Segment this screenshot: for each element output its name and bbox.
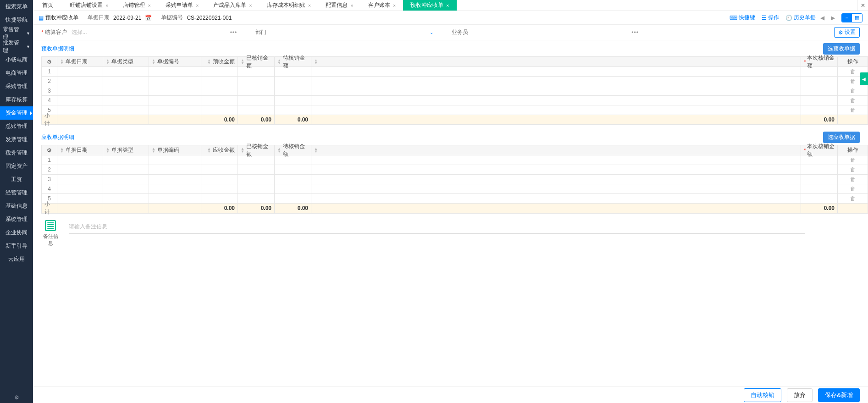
sales-input[interactable] [473, 28, 629, 37]
close-icon[interactable]: × [350, 3, 353, 8]
delete-row-icon[interactable]: 🗑 [838, 86, 868, 95]
col-code[interactable]: ▲▼单据编号 [149, 57, 201, 66]
sidebar-settings-icon[interactable]: ⚙ [0, 392, 33, 403]
customer-input[interactable]: 选择... [72, 28, 227, 37]
delete-row-icon[interactable]: 🗑 [838, 105, 868, 115]
table-row[interactable]: 4🗑 [42, 96, 868, 105]
sidebar-item-7[interactable]: 库存核算 [0, 93, 33, 106]
col-code2[interactable]: ▲▼单据编码 [149, 145, 201, 155]
auto-writeoff-button[interactable]: 自动核销 [744, 388, 781, 402]
calendar-icon[interactable]: 📅 [145, 15, 152, 21]
delete-row-icon[interactable]: 🗑 [838, 194, 868, 203]
table-row[interactable]: 5🗑 [42, 194, 868, 204]
dept-dropdown-icon[interactable]: ⌄ [430, 30, 433, 35]
sidebar-item-13[interactable]: 工资 [0, 173, 33, 186]
tab-3[interactable]: 采购申请单× [158, 0, 206, 11]
sidebar-item-15[interactable]: 基础信息 [0, 199, 33, 213]
discard-button[interactable]: 放弃 [787, 388, 813, 402]
tab-6[interactable]: 配置信息× [318, 0, 360, 11]
col-amount2[interactable]: ▲▼应收金额 [201, 145, 238, 155]
sidebar-item-9[interactable]: 总账管理 [0, 120, 33, 133]
tab-4[interactable]: 产成品入库单× [206, 0, 259, 11]
delete-row-icon[interactable]: 🗑 [838, 96, 868, 105]
table-row[interactable]: 2🗑 [42, 165, 868, 175]
col-this[interactable]: *本次核销金额 [801, 57, 838, 66]
action-link[interactable]: ☰操作 [762, 14, 779, 22]
list-view-button[interactable]: ≡ [842, 14, 852, 22]
sidebar-item-8[interactable]: 资金管理 [0, 106, 33, 120]
tab-5[interactable]: 库存成本明细账× [260, 0, 318, 11]
select-prepay-button[interactable]: 选预收单据 [823, 43, 860, 55]
close-icon[interactable]: × [249, 3, 252, 8]
close-icon[interactable]: × [105, 3, 108, 8]
row-index: 2 [42, 165, 57, 174]
sidebar-item-14[interactable]: 经营管理 [0, 186, 33, 199]
sales-more-icon[interactable]: ••• [631, 29, 639, 36]
tab-1[interactable]: 旺铺店铺设置× [62, 0, 116, 11]
date-value[interactable]: 2022-09-21 [113, 15, 141, 21]
shortcut-link[interactable]: ⌨快捷键 [730, 14, 755, 22]
tab-0[interactable]: 首页 [33, 0, 62, 11]
sidebar-item-12[interactable]: 固定资产 [0, 160, 33, 173]
delete-row-icon[interactable]: 🗑 [838, 175, 868, 184]
table-row[interactable]: 3🗑 [42, 86, 868, 96]
table-row[interactable]: 3🗑 [42, 175, 868, 184]
dept-field[interactable]: 部门 ⌄ [255, 28, 433, 37]
sidebar-item-16[interactable]: 系统管理 [0, 213, 33, 226]
sidebar-item-10[interactable]: 发票管理 [0, 133, 33, 146]
col-type[interactable]: ▲▼单据类型 [103, 57, 149, 66]
col-pending2[interactable]: ▲▼待核销金额 [275, 145, 311, 155]
remark-input[interactable]: 请输入备注信息 [69, 220, 805, 234]
side-expand-tag[interactable]: ◀ [860, 72, 868, 85]
customer-more-icon[interactable]: ••• [230, 29, 238, 36]
sidebar-item-5[interactable]: 电商管理 [0, 66, 33, 80]
col-pending[interactable]: ▲▼待核销金额 [275, 57, 311, 66]
sales-field[interactable]: 业务员 ••• [452, 28, 639, 37]
prev-doc-button[interactable]: ◀ [818, 14, 826, 22]
table-row[interactable]: 1🗑 [42, 155, 868, 165]
tab-7[interactable]: 客户账本× [361, 0, 403, 11]
col-this2[interactable]: *本次核销金额 [801, 145, 838, 155]
sidebar-item-1[interactable]: 快捷导航 [0, 13, 33, 27]
history-link[interactable]: 🕘历史单据 [785, 14, 816, 22]
delete-row-icon[interactable]: 🗑 [838, 165, 868, 174]
col-gear[interactable]: ⚙ [42, 57, 57, 66]
col-done[interactable]: ▲▼已核销金额 [238, 57, 275, 66]
save-and-new-button[interactable]: 保存&新增 [818, 388, 860, 402]
close-all-tabs[interactable]: ✕ [857, 0, 868, 11]
table-row[interactable]: 2🗑 [42, 77, 868, 86]
close-icon[interactable]: × [148, 3, 150, 8]
sidebar-item-3[interactable]: 批发管理▼ [0, 40, 33, 53]
col-amount[interactable]: ▲▼预收金额 [201, 57, 238, 66]
customer-field[interactable]: * 结算客户 选择... ••• [41, 28, 237, 37]
col-type2[interactable]: ▲▼单据类型 [103, 145, 149, 155]
grid-view-button[interactable]: ▦ [852, 14, 862, 22]
col-date[interactable]: ▲▼单据日期 [57, 57, 103, 66]
sidebar-item-19[interactable]: 云应用 [0, 253, 33, 266]
sidebar-item-4[interactable]: 小畅电商 [0, 53, 33, 66]
tab-8[interactable]: 预收冲应收单× [403, 0, 456, 11]
sidebar-item-17[interactable]: 企业协同 [0, 226, 33, 239]
sidebar-item-0[interactable]: 搜索菜单 [0, 0, 33, 13]
col-date2[interactable]: ▲▼单据日期 [57, 145, 103, 155]
delete-row-icon[interactable]: 🗑 [838, 155, 868, 165]
close-icon[interactable]: × [196, 3, 199, 8]
delete-row-icon[interactable]: 🗑 [838, 184, 868, 193]
sidebar-item-6[interactable]: 采购管理 [0, 80, 33, 93]
col-gear2[interactable]: ⚙ [42, 145, 57, 155]
table-row[interactable]: 4🗑 [42, 184, 868, 194]
close-icon[interactable]: × [308, 3, 311, 8]
col-done2[interactable]: ▲▼已核销金额 [238, 145, 275, 155]
sidebar-item-2[interactable]: 零售管理▼ [0, 27, 33, 40]
table-row[interactable]: 1🗑 [42, 67, 868, 77]
close-icon[interactable]: × [393, 3, 396, 8]
dept-input[interactable] [271, 28, 427, 37]
sidebar-item-11[interactable]: 税务管理 [0, 146, 33, 160]
sidebar-item-18[interactable]: 新手引导 [0, 239, 33, 253]
next-doc-button[interactable]: ▶ [829, 14, 837, 22]
settings-button[interactable]: ⚙设置 [834, 27, 860, 38]
tab-2[interactable]: 店铺管理× [116, 0, 158, 11]
table-row[interactable]: 5🗑 [42, 105, 868, 115]
select-receivable-button[interactable]: 选应收单据 [823, 132, 860, 143]
close-icon[interactable]: × [446, 3, 449, 8]
